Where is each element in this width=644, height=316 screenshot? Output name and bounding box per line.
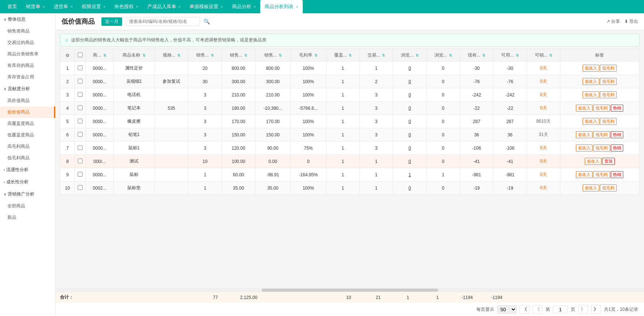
- col-sale-qty[interactable]: 销售... ⇅: [188, 49, 222, 62]
- row-checkbox[interactable]: [78, 65, 83, 70]
- sort-icon: ⇅: [416, 53, 419, 57]
- first-page-button[interactable]: 《: [520, 305, 530, 314]
- period-button[interactable]: 近一月: [101, 17, 122, 26]
- sidebar-item-sales-goods[interactable]: 销售类商品: [0, 26, 55, 37]
- col-avail[interactable]: 可用... ⇅: [493, 49, 527, 62]
- close-icon[interactable]: ×: [221, 4, 223, 9]
- page-size-select[interactable]: 50 100 200: [497, 305, 517, 314]
- select-all-checkbox[interactable]: [78, 52, 83, 57]
- col-sale-amt[interactable]: 销售... ⇅: [222, 49, 255, 62]
- row-code: 0000...: [86, 115, 113, 128]
- row-checkbox[interactable]: [78, 159, 83, 163]
- browse1-link[interactable]: 1: [409, 172, 411, 177]
- row-coverage: 1: [326, 62, 359, 75]
- browse1-link[interactable]: 0: [409, 106, 411, 111]
- col-name[interactable]: 商品名称 ⇅: [113, 49, 154, 62]
- row-checkbox[interactable]: [78, 145, 83, 150]
- close-icon[interactable]: ×: [178, 4, 181, 9]
- browse1-link[interactable]: 0: [409, 186, 411, 191]
- row-sellable: 0天: [527, 155, 560, 168]
- col-settings[interactable]: ⚙: [60, 49, 75, 62]
- sidebar-item-all-goods[interactable]: 全部商品: [0, 200, 55, 212]
- row-browse1[interactable]: 0: [393, 115, 426, 128]
- col-sale-unit[interactable]: 销售... ⇅: [255, 49, 291, 62]
- col-browse1[interactable]: 浏览... ⇅: [393, 49, 426, 62]
- row-checkbox[interactable]: [78, 172, 83, 177]
- row-browse1[interactable]: 0: [393, 88, 426, 102]
- horizontal-scrollbar[interactable]: [56, 289, 644, 292]
- sidebar-item-low-margin[interactable]: 低毛利商品: [0, 152, 55, 164]
- row-browse1[interactable]: 0: [393, 62, 426, 75]
- sidebar-item-new-goods[interactable]: 新品: [0, 212, 55, 223]
- row-browse1[interactable]: 0: [393, 181, 426, 195]
- row-coverage: 1: [326, 102, 359, 115]
- sidebar-item-stock-capital[interactable]: 库存资金占用: [0, 71, 55, 83]
- sidebar-item-high-value[interactable]: 高价值商品: [0, 95, 55, 106]
- col-spec[interactable]: 规格... ⇅: [155, 49, 188, 62]
- nav-sales[interactable]: 销货单 ×: [21, 0, 49, 13]
- row-checkbox[interactable]: [78, 79, 83, 84]
- row-checkbox[interactable]: [78, 105, 83, 110]
- close-icon[interactable]: ×: [43, 4, 45, 9]
- row-checkbox[interactable]: [78, 92, 83, 97]
- row-browse1[interactable]: 1: [393, 168, 426, 181]
- export-button[interactable]: ⬇ 导出: [624, 18, 638, 25]
- col-coverage[interactable]: 覆盖... ⇅: [326, 49, 359, 62]
- browse1-link[interactable]: 0: [409, 132, 411, 137]
- nav-products[interactable]: 产成品入库单 ×: [143, 0, 185, 13]
- close-icon[interactable]: ×: [254, 4, 256, 9]
- close-icon[interactable]: ×: [103, 4, 105, 9]
- page-input[interactable]: [553, 306, 568, 313]
- nav-roles[interactable]: 角色授权 ×: [110, 0, 142, 13]
- nav-purchase[interactable]: 进货单 ×: [49, 0, 77, 13]
- browse1-link[interactable]: 0: [409, 159, 411, 164]
- search-icon[interactable]: 🔍: [204, 18, 210, 24]
- scrollbar-thumb[interactable]: [262, 289, 438, 292]
- nav-home[interactable]: 首页: [3, 0, 21, 13]
- row-browse1[interactable]: 0: [393, 75, 426, 88]
- col-transaction[interactable]: 交易... ⇅: [360, 49, 393, 62]
- sidebar-item-high-margin[interactable]: 高毛利商品: [0, 141, 55, 152]
- row-checkbox[interactable]: [78, 185, 83, 190]
- row-browse1[interactable]: 0: [393, 142, 426, 155]
- browse1-link[interactable]: 0: [409, 146, 411, 151]
- nav-goods-analysis-list[interactable]: 商品分析列表 ×: [260, 0, 302, 13]
- sidebar-item-category-sales[interactable]: 商品分类销售率: [0, 48, 55, 60]
- row-browse2: 1: [426, 168, 460, 181]
- sidebar-item-high-coverage[interactable]: 高覆盖度商品: [0, 118, 55, 129]
- sidebar-group-title-flow[interactable]: ›流通性分析: [0, 164, 55, 176]
- sidebar-group-title-growth[interactable]: ›成长性分析: [0, 176, 55, 188]
- share-button[interactable]: ↗ 分享: [606, 18, 620, 25]
- prev-page-button[interactable]: 〈: [533, 305, 543, 314]
- sidebar-group-title-overall[interactable]: ∨整体信息: [0, 13, 55, 26]
- col-stock[interactable]: 现有... ⇅: [460, 49, 493, 62]
- sidebar-item-low-coverage[interactable]: 低覆盖度商品: [0, 129, 55, 141]
- nav-permissions[interactable]: 权限设置 ×: [77, 0, 110, 13]
- browse1-link[interactable]: 0: [409, 66, 411, 71]
- row-browse1[interactable]: 0: [393, 155, 426, 168]
- sidebar-item-low-value[interactable]: 低价值商品: [0, 106, 55, 118]
- close-icon[interactable]: ×: [136, 4, 138, 9]
- col-code[interactable]: 商... ⇅: [86, 49, 113, 62]
- col-gross-rate[interactable]: 毛利率 ⇅: [291, 49, 326, 62]
- sidebar-item-traded-goods[interactable]: 交易过的商品: [0, 37, 55, 48]
- row-checkbox[interactable]: [78, 132, 83, 137]
- close-icon[interactable]: ×: [296, 4, 298, 9]
- browse1-link[interactable]: 0: [409, 119, 411, 124]
- browse1-link[interactable]: 0: [409, 92, 411, 98]
- col-sellable[interactable]: 可销... ⇅: [527, 49, 560, 62]
- browse1-link[interactable]: 0: [409, 79, 411, 84]
- last-page-button[interactable]: 》: [591, 305, 601, 314]
- col-browse2[interactable]: 浏览... ⇅: [426, 49, 460, 62]
- nav-goods-analysis[interactable]: 商品分析 ×: [228, 0, 260, 13]
- search-input[interactable]: [126, 17, 200, 26]
- nav-templates[interactable]: 单据模板设置 ×: [185, 0, 227, 13]
- sidebar-group-title-contribution[interactable]: ∨贡献度分析: [0, 83, 55, 95]
- row-browse1[interactable]: 0: [393, 128, 426, 142]
- next-page-button[interactable]: 〉: [578, 305, 588, 314]
- row-browse1[interactable]: 0: [393, 102, 426, 115]
- row-checkbox[interactable]: [78, 119, 83, 123]
- close-icon[interactable]: ×: [70, 4, 73, 9]
- sidebar-item-stock-goods[interactable]: 有库存的商品: [0, 60, 55, 71]
- sidebar-group-title-marketing[interactable]: ∨营销推广分析: [0, 188, 55, 200]
